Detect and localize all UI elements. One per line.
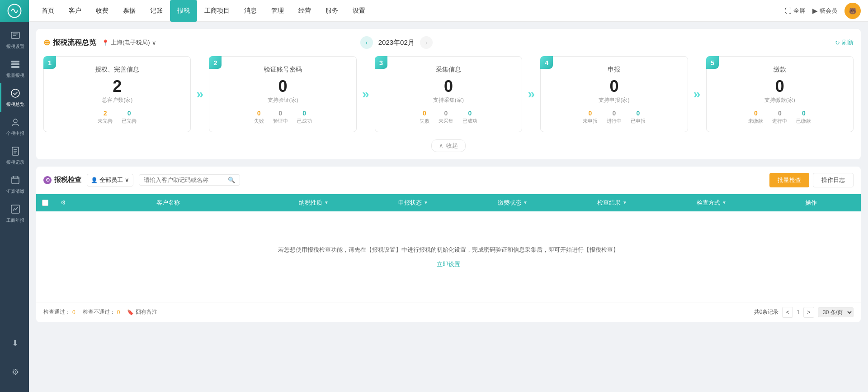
- nav-accounting[interactable]: 记账: [143, 0, 170, 22]
- stat-val-4-0: 0: [589, 110, 592, 117]
- step-arrow-2: »: [357, 56, 375, 132]
- svg-rect-6: [11, 61, 19, 62]
- check-title: ⊙ 报税检查: [43, 176, 81, 184]
- sidebar-item-annual-settlement[interactable]: 汇算清缴: [0, 170, 29, 199]
- current-page: 1: [797, 309, 800, 316]
- stat-2-1: 0 验证中: [273, 110, 288, 124]
- step-stats-4: 0 未申报 0 进行中 0 已申报: [548, 110, 680, 124]
- stat-label-4-0: 未申报: [583, 118, 598, 124]
- th-checkbox[interactable]: [36, 194, 54, 211]
- header-checkbox[interactable]: [42, 200, 48, 206]
- main-layout: 报税设置 批量报税 报税总览: [0, 22, 868, 392]
- th-gear[interactable]: ⚙: [54, 194, 72, 211]
- stat-3-2: 0 已成功: [462, 110, 477, 124]
- step-arrow-4: »: [688, 56, 706, 132]
- svg-point-9: [11, 89, 19, 97]
- svg-rect-8: [11, 66, 19, 68]
- step-number-3: 3: [375, 56, 387, 69]
- check-circle-icon: ⊙: [43, 176, 52, 184]
- sidebar-label-personal-tax: 个税申报: [6, 130, 24, 137]
- page-size-select[interactable]: 30 条/页: [818, 307, 854, 317]
- check-header-right: 批量检查 操作日志: [769, 173, 854, 187]
- fail-count-link[interactable]: 0: [117, 309, 120, 316]
- nav-operations[interactable]: 经营: [291, 0, 318, 22]
- th-declare-status: 申报状态 ▼: [363, 194, 463, 211]
- nav-tax[interactable]: 报税: [170, 0, 197, 22]
- pass-count-link[interactable]: 0: [72, 309, 75, 316]
- search-input[interactable]: [144, 177, 225, 183]
- annual-report-icon: [10, 204, 20, 215]
- operation-log-btn[interactable]: 操作日志: [813, 173, 854, 187]
- sidebar-item-batch-tax[interactable]: 批量报税: [0, 54, 29, 83]
- refresh-btn[interactable]: ↻ 刷新: [835, 38, 854, 47]
- stat-val-3-1: 0: [444, 110, 448, 117]
- top-nav: 首页 客户 收费 票据 记账 报税 工商项目 消息 管理 经营 服务 设置 ⛶ …: [0, 0, 868, 22]
- declare-filter-icon[interactable]: ▼: [424, 200, 428, 205]
- stat-3-1: 0 未采集: [439, 110, 453, 124]
- nav-home[interactable]: 首页: [34, 0, 61, 22]
- sidebar-label-batch-tax: 批量报税: [6, 72, 24, 79]
- method-filter-icon[interactable]: ▼: [722, 200, 726, 205]
- region-selector[interactable]: 📍 上海(电子税局) ∨: [102, 38, 156, 47]
- next-page-btn[interactable]: >: [803, 307, 814, 318]
- nav-clients[interactable]: 客户: [61, 0, 89, 22]
- tax-type-filter-icon[interactable]: ▼: [324, 200, 329, 205]
- step-stats-2: 0 失败 0 验证中 0 已成功: [217, 110, 349, 124]
- sidebar-label-tax-records: 报税记录: [6, 159, 24, 166]
- prev-date-btn[interactable]: ‹: [360, 36, 373, 49]
- nav-tickets[interactable]: 票据: [116, 0, 143, 22]
- nav-settings[interactable]: 设置: [345, 0, 373, 22]
- sidebar-item-overview[interactable]: 报税总览: [0, 83, 29, 112]
- filter-dropdown-icon: ∨: [125, 177, 129, 183]
- sidebar-item-personal-tax[interactable]: 个税申报: [0, 112, 29, 141]
- step-sub-5: 支持缴款(家): [714, 96, 846, 104]
- fullscreen-btn[interactable]: ⛶ 全屏: [785, 7, 805, 15]
- sidebar-download[interactable]: ⬇: [0, 329, 29, 358]
- collapse-btn[interactable]: ∧ 收起: [431, 139, 466, 152]
- stat-label-1-1: 已完善: [122, 118, 137, 124]
- step-number-5: 5: [706, 56, 719, 69]
- overview-icon: [10, 88, 20, 100]
- step-title-4: 申报: [548, 66, 680, 74]
- pay-filter-icon[interactable]: ▼: [523, 200, 528, 205]
- batch-check-btn[interactable]: 批量检查: [769, 173, 809, 187]
- step-sub-1: 总客户数(家): [51, 96, 183, 104]
- sidebar-config[interactable]: ⚙: [0, 358, 29, 387]
- stat-1-0: 2 未完善: [98, 110, 113, 124]
- step-stats-1: 2 未完善 0 已完善: [51, 110, 183, 124]
- sidebar-item-tax-settings[interactable]: 报税设置: [0, 25, 29, 54]
- table-empty-body: 若您想使用报税检查功能，请先在【报税设置】中进行报税的初始化设置，完成密码验证和…: [36, 211, 861, 302]
- nav-manage[interactable]: 管理: [264, 0, 291, 22]
- note-icon: 🔖: [127, 309, 134, 316]
- step-arrow-3: »: [522, 56, 540, 132]
- sidebar-item-tax-records[interactable]: 报税记录: [0, 141, 29, 170]
- nav-messages[interactable]: 消息: [237, 0, 264, 22]
- step-number-1: 1: [43, 56, 56, 69]
- nav-service[interactable]: 服务: [318, 0, 345, 22]
- search-icon[interactable]: 🔍: [228, 177, 235, 183]
- sidebar-item-annual-report[interactable]: 工商年报: [0, 199, 29, 228]
- stat-3-0: 0 失败: [420, 110, 429, 124]
- stat-label-1-0: 未完善: [98, 118, 113, 124]
- nav-fees[interactable]: 收费: [89, 0, 116, 22]
- step-title-2: 验证账号密码: [217, 66, 349, 74]
- svg-rect-7: [11, 63, 19, 65]
- stat-label-4-1: 进行中: [607, 118, 622, 124]
- stat-1-1: 0 已完善: [122, 110, 137, 124]
- employee-filter[interactable]: 👤 全部员工 ∨: [87, 174, 133, 186]
- stat-label-3-1: 未采集: [439, 118, 453, 124]
- total-records: 共0条记录: [754, 308, 779, 316]
- result-filter-icon[interactable]: ▼: [623, 200, 627, 205]
- th-check-method: 检查方式 ▼: [662, 194, 761, 211]
- member-btn[interactable]: ▶ 畅会员: [812, 7, 837, 15]
- avatar[interactable]: 🐻: [844, 3, 861, 19]
- first-page-btn[interactable]: <: [782, 307, 793, 318]
- table-footer: 检查通过： 0 检查不通过： 0 🔖 囧有备注 共0条记录 < 1: [36, 302, 861, 322]
- next-date-btn[interactable]: ›: [420, 36, 433, 49]
- current-date: 2023年02月: [378, 38, 415, 47]
- setup-link[interactable]: 立即设置: [437, 260, 460, 268]
- stat-label-5-1: 进行中: [772, 118, 787, 124]
- step-card-3: 3 采集信息 0 支持采集(家) 0 失败 0 未采集: [375, 56, 522, 132]
- nav-commerce[interactable]: 工商项目: [197, 0, 237, 22]
- stat-val-5-2: 0: [802, 110, 806, 117]
